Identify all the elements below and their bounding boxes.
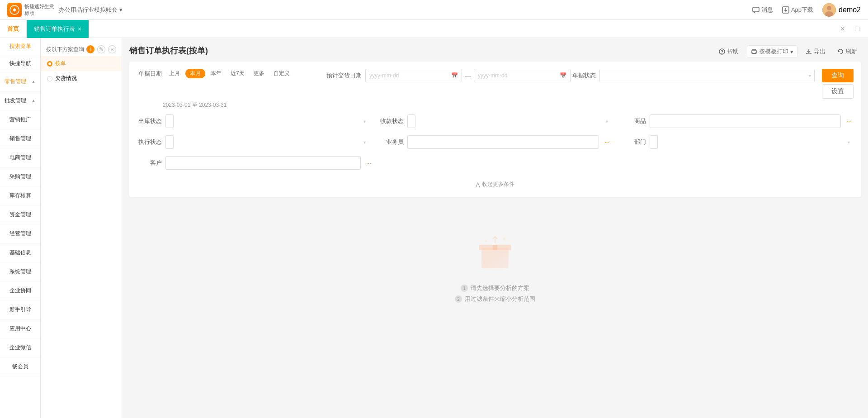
left-panel-actions: + ✎ « [86,45,116,53]
calendar-to-icon: 📅 [560,72,566,79]
bill-status-select[interactable]: ▾ [599,69,815,82]
sidebar-item-marketing[interactable]: 营销推广 [0,110,40,129]
date-from-placeholder: yyyy-mm-dd [369,72,399,79]
shipment-status-select[interactable] [165,114,174,128]
app-download-button[interactable]: App下载 [782,6,813,14]
date-tab-this-month[interactable]: 本月 [185,69,205,78]
date-tab-last7[interactable]: 近7天 [227,69,248,78]
print-label: 按模板打印 [759,48,788,56]
sidebar-item-operations[interactable]: 经营管理 [0,224,40,243]
export-button[interactable]: 导出 [802,46,829,57]
sidebar-item-purchase[interactable]: 采购管理 [0,167,40,186]
sidebar-operations-label: 经营管理 [9,230,31,238]
svg-point-12 [485,240,487,242]
page-actions: 帮助 按模板打印 ▾ 导出 [715,45,861,58]
arrears-item-icon [47,76,52,81]
filter-row-3: 执行状态 ▾ 业务员 ··· 部门 ▾ [137,135,854,149]
sidebar-ecommerce-label: 电商管理 [9,154,31,162]
sidebar-search[interactable]: 搜索菜单 [0,38,40,55]
date-tab-this-year[interactable]: 本年 [207,69,225,78]
predicted-delivery-label: 预计交货日期 [326,71,362,80]
exec-status-select[interactable] [165,135,174,149]
payment-status-group: 收款状态 ▾ [378,114,611,128]
add-scheme-button[interactable]: + [86,45,94,53]
sidebar-wholesale-label: 批发管理 [5,97,26,104]
collapse-panel-button[interactable]: « [108,45,116,53]
sidebar-item-member[interactable]: 畅会员 [0,357,40,376]
date-range-display: 2023-03-01 至 2023-03-31 [163,100,854,109]
message-label: 消息 [761,6,773,14]
sidebar-item-retail[interactable]: 零售管理 ▲ [0,72,40,91]
payment-status-select-wrapper: ▾ [407,114,611,128]
sidebar-item-sales[interactable]: 销售管理 [0,129,40,148]
user-name-label: demo2 [839,6,861,14]
sidebar-item-inventory[interactable]: 库存核算 [0,186,40,205]
app-download-label: App下载 [791,6,813,14]
date-from-input[interactable]: yyyy-mm-dd 📅 [365,69,462,82]
help-label: 帮助 [727,48,739,56]
payment-chevron: ▾ [606,119,608,124]
sidebar-item-finance[interactable]: 资金管理 [0,205,40,224]
sidebar-item-appcenter[interactable]: 应用中心 [0,319,40,338]
query-button[interactable]: 查询 [822,69,854,82]
goods-input[interactable] [650,114,841,128]
refresh-icon [837,48,844,55]
left-panel-item-press[interactable]: 按单 [41,56,122,71]
bill-status-select-wrapper: ▾ [599,69,815,82]
user-info[interactable]: demo2 [822,3,861,17]
salesperson-input[interactable] [407,135,599,149]
edit-scheme-button[interactable]: ✎ [97,45,105,53]
empty-state-icon [472,230,518,275]
header-right: 消息 App下载 demo2 [752,3,861,17]
payment-status-select[interactable] [407,114,415,128]
tab-sales-exec-label: 销售订单执行表 [34,25,75,33]
tab-maximize-button[interactable]: □ [852,24,863,34]
tab-close-window-button[interactable]: × [837,24,848,34]
customer-group: 客户 ··· [137,156,373,170]
svg-rect-9 [481,248,509,268]
sidebar-item-ecommerce[interactable]: 电商管理 [0,148,40,167]
refresh-button[interactable]: 刷新 [834,46,861,57]
department-select-wrapper: ▾ [650,135,854,149]
calendar-icon: 📅 [451,72,458,79]
tab-sales-exec[interactable]: 销售订单执行表 × [27,20,89,38]
header-left: 畅捷速好生意 标版 办公用品行业模拟账套 ▾ [7,3,123,17]
payment-status-label: 收款状态 [378,117,404,125]
sidebar-item-enterprise[interactable]: 企业协同 [0,281,40,300]
print-button[interactable]: 按模板打印 ▾ [747,45,797,58]
goods-dots[interactable]: ··· [844,118,854,125]
sidebar-item-wechat[interactable]: 企业微信 [0,338,40,357]
date-to-input[interactable]: yyyy-mm-dd 📅 [474,69,571,82]
sidebar-item-wholesale[interactable]: 批发管理 ▲ [0,91,40,110]
sidebar-item-basic[interactable]: 基础信息 [0,243,40,262]
breadcrumb-selector[interactable]: 办公用品行业模拟账套 ▾ [59,6,123,14]
sidebar-quick-nav[interactable]: 快捷导航 [0,55,40,72]
left-panel-item-arrears[interactable]: 欠货情况 [41,71,122,86]
svg-point-4 [827,6,831,10]
filter-row-2: 出库状态 ▾ 收款状态 ▾ 商品 ··· [137,114,854,128]
sidebar-marketing-label: 营销推广 [9,116,31,124]
date-tab-last-month[interactable]: 上月 [165,69,184,78]
sidebar-item-newuser[interactable]: 新手引导 [0,300,40,319]
salesperson-dots[interactable]: ··· [603,138,612,146]
refresh-label: 刷新 [845,48,857,56]
sidebar-search-label: 搜索菜单 [9,43,31,49]
department-select[interactable] [650,135,658,149]
sidebar: 搜索菜单 快捷导航 零售管理 ▲ 批发管理 ▲ 营销推广 销售管理 电商管理 采… [0,38,41,418]
customer-input[interactable] [165,156,361,170]
help-button[interactable]: 帮助 [715,46,742,57]
sidebar-item-system[interactable]: 系统管理 [0,262,40,281]
date-filter-group: 单据日期 上月 本月 本年 近7天 更多 自定义 [137,69,326,78]
settings-button[interactable]: 设置 [822,84,854,99]
date-tab-more[interactable]: 更多 [250,69,268,78]
sidebar-purchase-label: 采购管理 [9,173,31,180]
collapse-bar[interactable]: ⋀ 收起更多条件 [137,177,854,190]
tab-close-icon[interactable]: × [78,26,81,32]
date-tab-custom[interactable]: 自定义 [270,69,293,78]
filter-row-1: 单据日期 上月 本月 本年 近7天 更多 自定义 预计交货日期 yyyy-mm- [137,69,854,99]
tab-home[interactable]: 首页 [0,20,27,38]
message-button[interactable]: 消息 [752,6,773,14]
export-label: 导出 [814,48,826,56]
sidebar-quick-nav-label: 快捷导航 [9,60,31,66]
customer-dots[interactable]: ··· [364,159,373,166]
